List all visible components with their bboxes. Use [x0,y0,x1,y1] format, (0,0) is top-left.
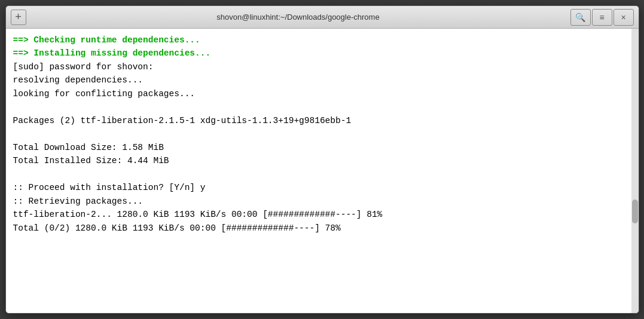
scrollbar-thumb[interactable] [632,200,638,223]
terminal-line: ==> Installing missing dependencies... [13,47,624,60]
new-tab-button[interactable]: + [11,10,26,25]
terminal-line: [sudo] password for shovon: [13,60,624,73]
terminal-line: looking for conflicting packages... [13,87,624,100]
terminal-line [13,127,624,140]
window-title: shovon@linuxhint:~/Downloads/google-chro… [26,13,570,22]
terminal-line: Total (0/2) 1280.0 KiB 1193 KiB/s 00:00 … [13,222,624,235]
terminal-window: + shovon@linuxhint:~/Downloads/google-ch… [5,5,639,314]
terminal-line: ttf-liberation-2... 1280.0 KiB 1193 KiB/… [13,208,624,221]
close-icon: × [621,13,625,22]
terminal-line [13,100,624,114]
terminal-body[interactable]: ==> Checking runtime dependencies...==> … [6,29,631,313]
terminal-wrapper: ==> Checking runtime dependencies...==> … [6,29,639,313]
terminal-line: Packages (2) ttf-liberation-2.1.5-1 xdg-… [13,114,624,127]
new-tab-icon: + [15,11,22,23]
terminal-line [13,168,624,181]
terminal-line: :: Proceed with installation? [Y/n] y [13,181,624,194]
menu-button[interactable]: ≡ [592,9,612,26]
terminal-line: ==> Checking runtime dependencies... [13,33,624,47]
terminal-line: Total Download Size: 1.58 MiB [13,141,624,154]
menu-icon: ≡ [599,13,604,22]
terminal-line: resolving dependencies... [13,73,624,87]
terminal-line: Total Installed Size: 4.44 MiB [13,154,624,167]
search-icon: 🔍 [575,13,585,22]
search-button[interactable]: 🔍 [570,9,591,26]
scrollbar-track[interactable] [631,29,639,313]
titlebar: + shovon@linuxhint:~/Downloads/google-ch… [6,6,639,29]
close-button[interactable]: × [614,9,634,26]
window-controls: 🔍 ≡ × [570,9,634,26]
terminal-line: :: Retrieving packages... [13,195,624,208]
